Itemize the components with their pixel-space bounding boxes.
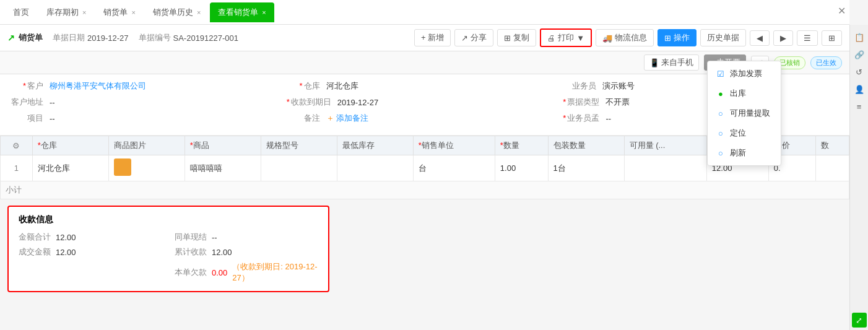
print-icon: 🖨 [547, 33, 555, 43]
operation-label: 操作 [674, 32, 690, 43]
sidebar-list-icon[interactable]: ≡ [852, 99, 867, 114]
tab-home[interactable]: 首页 [5, 2, 37, 22]
dropdown-add-invoice[interactable]: ☑ 添加发票 [708, 64, 781, 84]
staff-label: 业务员 [563, 80, 600, 92]
due-amount-value: 0.00 [212, 268, 227, 277]
dropdown-available-qty[interactable]: ○ 可用量提取 [708, 103, 781, 123]
row-index: 1 [1, 155, 33, 181]
transaction-amount-value: 12.00 [56, 248, 76, 257]
print-button[interactable]: 🖨 打印 ▼ [540, 28, 592, 47]
tab-view-sales-close[interactable]: × [262, 9, 266, 16]
locate-label: 定位 [730, 128, 746, 139]
ticket-type-field: 票据类型 不开票 [563, 97, 840, 108]
note-field: 备注 ＋ 添加备注 [287, 113, 563, 124]
tab-bar: 首页 库存期初 × 销货单 × 销货单历史 × 查看销货单 × ✕ [0, 0, 849, 25]
doc-title-icon: ↗ [7, 33, 15, 43]
tab-inventory-init[interactable]: 库存期初 × [38, 2, 94, 22]
print-label: 打印 [558, 32, 574, 43]
nav-next-button[interactable]: ▶ [773, 30, 793, 46]
logistics-label: 物流信息 [615, 32, 647, 43]
tab-sales-history-label: 销货单历史 [153, 7, 193, 18]
share-button[interactable]: ↗ 分享 [454, 29, 493, 46]
row-product: 嘻嘻嘻嘻 [184, 155, 261, 181]
view-list-button[interactable]: ☰ [797, 30, 818, 46]
date-label: 单据日期 [53, 32, 85, 43]
transaction-amount-row: 成交金额 12.00 [19, 246, 162, 258]
tab-sales-history-close[interactable]: × [197, 9, 201, 16]
warehouse-label: 仓库 [287, 80, 324, 92]
ticket-type-value: 不开票 [605, 97, 630, 108]
th-spec: 规格型号 [261, 136, 337, 155]
warehouse-field: 仓库 河北仓库 [287, 80, 563, 92]
doc-date-meta: 单据日期 2019-12-27 [53, 32, 129, 43]
view-grid-button[interactable]: ⊞ [822, 30, 842, 46]
history-button[interactable]: 历史单据 [700, 29, 746, 46]
payment-title: 收款信息 [19, 214, 318, 225]
note-add[interactable]: ＋ 添加备注 [326, 113, 369, 124]
amount-total-value: 12.00 [56, 233, 76, 242]
staff-value: 演示账号 [602, 80, 635, 92]
sidebar-document-icon[interactable]: 📋 [852, 30, 867, 45]
address-value: -- [50, 98, 55, 107]
cumulative-row: 累计收款 12.00 [175, 246, 318, 258]
sidebar-person-icon[interactable]: 👤 [852, 82, 867, 97]
share-label: 分享 [471, 32, 487, 43]
same-order-label: 同单现结 [175, 232, 207, 243]
row-available [624, 155, 706, 181]
radio-icon-1: ○ [716, 109, 725, 118]
tab-view-sales-label: 查看销货单 [218, 7, 258, 18]
tab-sales-order-close[interactable]: × [131, 9, 135, 16]
operation-button[interactable]: ⊞ 操作 [658, 29, 697, 46]
payment-total-row: 金额合计 12.00 [19, 232, 162, 243]
th-product: *商品 [184, 136, 261, 155]
th-settings: ⚙ [1, 136, 33, 155]
payment-grid: 金额合计 12.00 同单现结 -- 成交金额 12.00 累计收款 12.00… [19, 232, 318, 284]
row-amount [816, 155, 849, 181]
subtotal-label: 小计 [1, 181, 849, 199]
doc-header: ↗ 销货单 单据日期 2019-12-27 单据编号 SA-20191227-0… [0, 25, 849, 51]
operation-dropdown: ☑ 添加发票 ● 出库 ○ 可用量提取 ○ 定位 ○ 刷新 [707, 61, 781, 166]
window-close-button[interactable]: ✕ [838, 5, 846, 17]
tab-sales-history[interactable]: 销货单历史 × [145, 2, 209, 22]
right-sidebar: 📋 🔗 ↺ 👤 ≡ ⤢ [849, 25, 868, 330]
project-field: 项目 -- [10, 113, 287, 124]
salesperson-field: 业务员孟 -- [563, 113, 840, 124]
plus-icon: ＋ [326, 113, 334, 123]
tab-sales-order-label: 销货单 [103, 7, 128, 18]
amount-total-label: 金额合计 [19, 232, 51, 243]
dropdown-outbound[interactable]: ● 出库 [708, 84, 781, 103]
number-label: 单据编号 [139, 32, 171, 43]
from-phone-label: 来自手机 [661, 57, 693, 68]
tab-view-sales[interactable]: 查看销货单 × [210, 2, 274, 22]
copy-button[interactable]: ⊞ 复制 [497, 29, 536, 46]
subtotal-row: 小计 [1, 181, 849, 199]
salesperson-value: -- [605, 114, 611, 123]
customer-value[interactable]: 柳州粤港平安气体有限公司 [50, 80, 146, 92]
from-phone-button[interactable]: 📱 来自手机 [644, 54, 699, 71]
product-image [114, 158, 131, 176]
new-button[interactable]: + 新增 [414, 29, 451, 46]
sidebar-rotate-icon[interactable]: ↺ [852, 64, 867, 79]
row-sales-unit: 台 [413, 155, 495, 181]
transaction-amount-label: 成交金额 [19, 246, 51, 258]
effective-badge: 已生效 [810, 56, 842, 69]
refresh-label: 刷新 [730, 147, 746, 158]
sidebar-link-icon[interactable]: 🔗 [852, 47, 867, 62]
dropdown-refresh[interactable]: ○ 刷新 [708, 143, 781, 163]
th-sales-unit: *销售单位 [413, 136, 495, 155]
row-quantity: 1.00 [495, 155, 548, 181]
tab-home-label: 首页 [13, 7, 29, 18]
tab-inventory-init-close[interactable]: × [82, 9, 86, 16]
row-min-stock [337, 155, 413, 181]
nav-prev-button[interactable]: ◀ [750, 30, 770, 46]
staff-field: 业务员 演示账号 [563, 80, 840, 92]
logistics-button[interactable]: 🚚 物流信息 [596, 29, 654, 46]
payment-info-box: 收款信息 金额合计 12.00 同单现结 -- 成交金额 12.00 累计收款 … [7, 206, 329, 292]
sidebar-expand-icon[interactable]: ⤢ [852, 313, 867, 328]
address-label: 客户地址 [10, 97, 47, 108]
tab-sales-order[interactable]: 销货单 × [95, 2, 143, 22]
row-package-qty: 1台 [548, 155, 624, 181]
dropdown-locate[interactable]: ○ 定位 [708, 123, 781, 143]
cumulative-label: 累计收款 [175, 246, 207, 258]
row-spec [261, 155, 337, 181]
